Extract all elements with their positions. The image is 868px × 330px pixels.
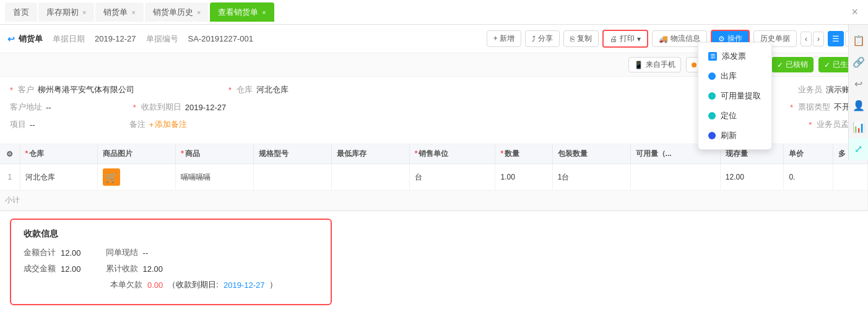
- sidebar-icon-3[interactable]: ↩: [849, 73, 868, 95]
- deal-amount-label: 成交金额: [24, 263, 56, 274]
- copy-button[interactable]: ⎘ 复制: [563, 30, 599, 47]
- tab-sales[interactable]: 销货单 ×: [95, 2, 143, 22]
- doc-title: ↩ 销货单: [7, 33, 43, 45]
- payment-row-1: 金额合计 12.00 同单现结 --: [24, 247, 318, 258]
- tab-history-label: 销货单历史: [153, 7, 193, 18]
- owed-item: 本单欠款 0.00 （收款到期日: 2019-12-27 ）: [110, 279, 277, 290]
- add-note-button[interactable]: + 添加备注: [149, 119, 188, 130]
- payment-section: 收款信息 金额合计 12.00 同单现结 -- 成交金额 12.00 累计收款 …: [10, 219, 332, 305]
- row-qty: 1.00: [495, 164, 552, 191]
- tab-inventory-label: 库存期初: [46, 7, 79, 18]
- project-value: --: [30, 120, 35, 129]
- tab-view-sales-close[interactable]: ×: [262, 9, 266, 16]
- add-note-label: 添加备注: [155, 119, 187, 130]
- toolbar: + 新增 ⤴ 分享 ⎘ 复制 🖨 打印 ▾ 🚚 物流信息 ⚙ 操作: [487, 30, 861, 48]
- payment-title: 收款信息: [24, 228, 318, 240]
- sidebar-icon-2[interactable]: 🔗: [849, 51, 868, 73]
- tab-view-sales[interactable]: 查看销货单 ×: [210, 2, 274, 22]
- print-icon: 🖨: [610, 35, 617, 43]
- next-button[interactable]: ›: [813, 32, 824, 46]
- row-price: 0.: [784, 164, 833, 191]
- warehouse-label: 仓库: [237, 84, 253, 95]
- add-note-icon: +: [149, 120, 154, 129]
- sidebar-icon-1[interactable]: 📋: [849, 30, 868, 51]
- col-price: 单价: [784, 144, 833, 164]
- col-product: *商品: [176, 144, 254, 164]
- dropdown-item-locate[interactable]: 定位: [698, 106, 771, 126]
- customer-required: *: [10, 85, 13, 95]
- locate-icon: [708, 112, 716, 119]
- cumulative-label: 累计收款: [106, 263, 138, 274]
- col-gear: ⚙: [0, 144, 20, 164]
- tab-home[interactable]: 首页: [5, 2, 37, 22]
- cancelled-button[interactable]: ✓ 已核销: [771, 57, 814, 72]
- print-button[interactable]: 🖨 打印 ▾: [602, 30, 648, 48]
- dropdown-item-outbound[interactable]: 出库: [698, 66, 771, 86]
- owed-value: 0.00: [147, 280, 163, 290]
- total-value: 12.00: [61, 248, 81, 258]
- product-image: 🛒: [103, 168, 120, 186]
- tab-history-close[interactable]: ×: [197, 9, 201, 16]
- deal-amount-item: 成交金额 12.00: [24, 263, 81, 274]
- dropdown-item-refresh[interactable]: 刷新: [698, 126, 771, 145]
- doc-meta: 单据日期 2019-12-27 单据编号 SA-20191227-001: [53, 33, 253, 45]
- subtotal-label: 小计: [0, 191, 868, 211]
- warehouse-field: * 仓库 河北仓库: [228, 84, 289, 95]
- tab-history[interactable]: 销货单历史 ×: [145, 2, 209, 22]
- list-view-button[interactable]: ☰: [828, 31, 844, 46]
- share-icon: ⤴: [532, 35, 536, 43]
- right-sidebar: 📋 🔗 ↩ 👤 📊 ⤢: [848, 25, 868, 160]
- refresh-icon: [708, 132, 716, 139]
- col-qty: *数量: [495, 144, 552, 164]
- customer-value: 柳州粤港平安气体有限公司: [38, 84, 134, 95]
- date-label: 单据日期: [53, 33, 85, 45]
- dropdown-item-invoice[interactable]: 票 添发票: [698, 46, 771, 66]
- col-spec: 规格型号: [254, 144, 332, 164]
- row-image: 🛒: [98, 164, 176, 191]
- outbound-icon: [708, 72, 716, 80]
- row-avail: [630, 164, 720, 191]
- new-button[interactable]: + 新增: [487, 30, 521, 47]
- dropdown-avail-label: 可用量提取: [721, 90, 761, 102]
- biz-staff-label: 业务员孟: [817, 119, 849, 130]
- cancelled-label: 已核销: [786, 59, 808, 70]
- cumulative-value: 12.00: [143, 264, 163, 274]
- owed-note: （收款到期日:: [168, 279, 219, 290]
- window-close-button[interactable]: ×: [846, 6, 863, 19]
- table-wrapper: ⚙ *仓库 商品图片 *商品 规格型号 最低库存 *销售单位 *数量: [0, 144, 868, 211]
- sidebar-icon-expand[interactable]: ⤢: [849, 138, 868, 160]
- staff-label: 业务员: [798, 84, 822, 95]
- address-label: 客户地址: [10, 102, 42, 113]
- tab-view-sales-label: 查看销货单: [218, 7, 258, 18]
- print-dropdown-arrow: ▾: [637, 35, 641, 43]
- tab-inventory-close[interactable]: ×: [82, 9, 86, 16]
- dropdown-item-avail[interactable]: 可用量提取: [698, 86, 771, 106]
- prev-button[interactable]: ‹: [801, 32, 812, 46]
- sidebar-icon-5[interactable]: 📊: [849, 116, 868, 138]
- payment-row-2: 成交金额 12.00 累计收款 12.00: [24, 263, 318, 274]
- ops-dropdown: 票 添发票 出库 可用量提取 定位 刷新: [698, 42, 772, 150]
- avail-icon: [708, 92, 716, 100]
- project-label: 项目: [10, 119, 26, 130]
- cumulative-item: 累计收款 12.00: [106, 263, 163, 274]
- project-field: 项目 --: [10, 119, 35, 130]
- tab-inventory[interactable]: 库存期初 ×: [38, 2, 94, 22]
- from-phone-button[interactable]: 📱 来自手机: [628, 57, 681, 72]
- tab-sales-label: 销货单: [103, 7, 128, 18]
- sidebar-icon-4[interactable]: 👤: [849, 95, 868, 116]
- tab-sales-close[interactable]: ×: [131, 9, 135, 16]
- address-field: 客户地址 --: [10, 102, 51, 113]
- owed-date: 2019-12-27: [224, 280, 265, 290]
- not-open-dot: [692, 63, 697, 67]
- address-value: --: [46, 103, 51, 112]
- customer-field: * 客户 柳州粤港平安气体有限公司: [10, 84, 134, 95]
- no-value: SA-20191227-001: [188, 34, 254, 43]
- share-button[interactable]: ⤴ 分享: [525, 30, 560, 47]
- note-label: 备注: [129, 119, 145, 130]
- ticket-label: 票据类型: [798, 102, 830, 113]
- deal-amount-value: 12.00: [61, 264, 81, 274]
- row-pkg-qty: 1台: [552, 164, 630, 191]
- customer-label: 客户: [18, 84, 34, 95]
- dropdown-outbound-label: 出库: [721, 71, 737, 82]
- col-unit: *销售单位: [409, 144, 495, 164]
